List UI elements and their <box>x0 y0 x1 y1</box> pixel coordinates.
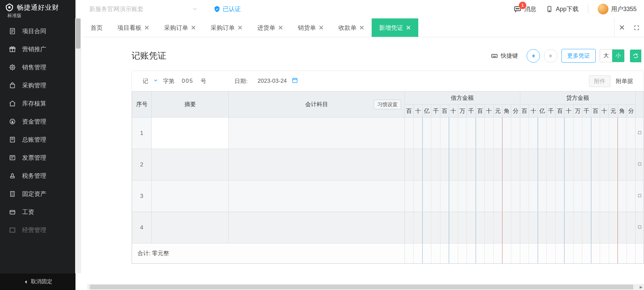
digit-header: 百 <box>520 104 529 118</box>
more-vouchers-button[interactable]: 更多凭证 <box>561 49 596 63</box>
row-action-cell[interactable] <box>636 180 644 212</box>
credit-cell[interactable] <box>520 180 635 212</box>
voucher-number[interactable]: 005 <box>182 78 193 84</box>
next-voucher-button[interactable] <box>544 49 557 63</box>
prev-voucher-button[interactable] <box>527 49 540 63</box>
voucher-type-dropdown[interactable] <box>153 78 158 85</box>
total-action <box>636 243 644 264</box>
app-download-button[interactable]: App下载 <box>546 5 579 13</box>
sidebar-item-ledger[interactable]: 总账管理 <box>0 131 75 149</box>
scroll-right-arrow[interactable]: ▶ <box>638 284 644 290</box>
credit-cell[interactable] <box>520 212 635 243</box>
close-icon[interactable]: ✕ <box>191 24 196 31</box>
page-header: 记账凭证 快捷键 更多凭证 大 小 <box>131 49 644 63</box>
close-icon[interactable]: ✕ <box>359 24 364 31</box>
subject-cell[interactable] <box>229 212 405 243</box>
sidebar-item-project-contract[interactable]: 项目合同 <box>0 22 75 40</box>
refresh-button[interactable] <box>630 50 641 62</box>
sidebar-item-operations[interactable]: 经营管理 <box>0 221 75 239</box>
tab-purchase-order-1[interactable]: 采购订单✕ <box>157 18 203 37</box>
close-icon[interactable]: ✕ <box>406 24 411 31</box>
voucher-date-value[interactable]: 2023-03-24 <box>258 78 287 84</box>
tab-goods-in[interactable]: 进货单✕ <box>250 18 290 37</box>
tab-home[interactable]: 首页 <box>83 18 110 37</box>
subject-cell[interactable] <box>229 118 405 149</box>
sidebar-item-finance[interactable]: 资金管理 <box>0 113 75 131</box>
tab-label: 项目看板 <box>117 24 142 32</box>
digit-header: 十 <box>449 104 458 118</box>
habit-settings-button[interactable]: 习惯设置 <box>374 99 401 109</box>
close-icon[interactable]: ✕ <box>144 24 149 31</box>
sidebar-menu: 项目合同 营销推广 销售管理 采购管理 库存核算 资金管理 总账管理 发票管理 <box>0 22 75 274</box>
sidebar-item-sales[interactable]: 销售管理 <box>0 58 75 76</box>
chevron-down-icon <box>192 6 198 12</box>
summary-cell[interactable] <box>152 149 229 180</box>
sidebar-item-label: 工资 <box>22 208 34 216</box>
summary-cell[interactable] <box>152 118 229 149</box>
row-action-cell[interactable] <box>636 118 644 149</box>
close-icon[interactable]: ✕ <box>237 24 243 31</box>
digit-header: 十 <box>600 104 608 118</box>
tab-sales-order[interactable]: 销货单✕ <box>290 18 331 37</box>
sidebar-item-tax[interactable]: 税务管理 <box>0 167 75 185</box>
subject-cell[interactable] <box>229 180 405 212</box>
horizontal-scrollbar[interactable]: ▶ <box>87 284 644 290</box>
account-select[interactable]: 新服务官网演示账套 <box>83 5 204 13</box>
svg-point-19 <box>549 10 550 11</box>
sidebar-item-invoice[interactable]: 发票管理 <box>0 149 75 167</box>
summary-cell[interactable] <box>152 180 229 212</box>
scrollbar-thumb[interactable] <box>90 285 633 289</box>
tab-purchase-order-2[interactable]: 采购订单✕ <box>203 18 250 37</box>
scrollbar-thumb[interactable] <box>76 18 80 49</box>
tab-receipt[interactable]: 收款单✕ <box>331 18 372 37</box>
row-action-cell[interactable] <box>636 212 644 243</box>
digit-header: 十 <box>565 104 573 118</box>
sidebar-scrollbar[interactable] <box>75 18 81 273</box>
debit-cell[interactable] <box>405 212 520 243</box>
shortcut-button[interactable]: 快捷键 <box>486 50 523 62</box>
debit-cell[interactable] <box>405 149 520 180</box>
subject-cell[interactable] <box>229 149 405 180</box>
total-prefix: 合计: <box>138 250 151 257</box>
close-icon[interactable]: ✕ <box>319 24 324 31</box>
debit-cell[interactable] <box>405 118 520 149</box>
wallet-icon <box>9 208 16 216</box>
sidebar-item-marketing[interactable]: 营销推广 <box>0 40 75 58</box>
digit-header: 百 <box>405 104 414 118</box>
page-title: 记账凭证 <box>131 50 166 62</box>
row-action-cell[interactable] <box>636 149 644 180</box>
svg-rect-6 <box>10 84 15 88</box>
summary-cell[interactable] <box>152 212 229 243</box>
size-big-button[interactable]: 大 <box>600 50 612 62</box>
user-menu[interactable]: 用户3355 <box>598 4 637 14</box>
sidebar-item-inventory[interactable]: 库存核算 <box>0 94 75 113</box>
voucher-date-picker[interactable] <box>291 77 298 85</box>
svg-point-17 <box>519 8 519 9</box>
col-debit: 借方金额 <box>405 91 520 104</box>
sidebar-item-salary[interactable]: 工资 <box>0 203 75 221</box>
close-all-tabs-button[interactable]: ✕ <box>614 18 629 37</box>
credit-cell[interactable] <box>520 149 635 180</box>
size-small-button[interactable]: 小 <box>612 50 624 62</box>
sidebar-unpin-label: 取消固定 <box>31 278 52 285</box>
digit-header: 千 <box>582 104 591 118</box>
tab-new-voucher[interactable]: 新增凭证✕ <box>372 18 418 37</box>
messages-button[interactable]: 消息 1 <box>514 5 536 13</box>
sidebar-item-assets[interactable]: 固定资产 <box>0 185 75 203</box>
digit-header: 千 <box>431 104 440 118</box>
tab-label: 进货单 <box>257 24 275 32</box>
sidebar-item-label: 经营管理 <box>22 226 46 234</box>
debit-cell[interactable] <box>405 180 520 212</box>
svg-rect-20 <box>492 54 497 57</box>
col-subject: 会计科目 习惯设置 <box>229 91 405 118</box>
digit-header: 十 <box>485 104 493 118</box>
fullscreen-button[interactable] <box>629 18 644 37</box>
close-icon[interactable]: ✕ <box>278 24 283 31</box>
keyboard-icon <box>491 52 498 60</box>
attachment-button[interactable]: 附件 <box>589 75 610 87</box>
sidebar-unpin-button[interactable]: 取消固定 <box>0 274 75 290</box>
tab-project-board[interactable]: 项目看板✕ <box>110 18 157 37</box>
sidebar-item-purchase[interactable]: 采购管理 <box>0 76 75 94</box>
credit-cell[interactable] <box>520 118 635 149</box>
gear-icon <box>9 64 16 71</box>
